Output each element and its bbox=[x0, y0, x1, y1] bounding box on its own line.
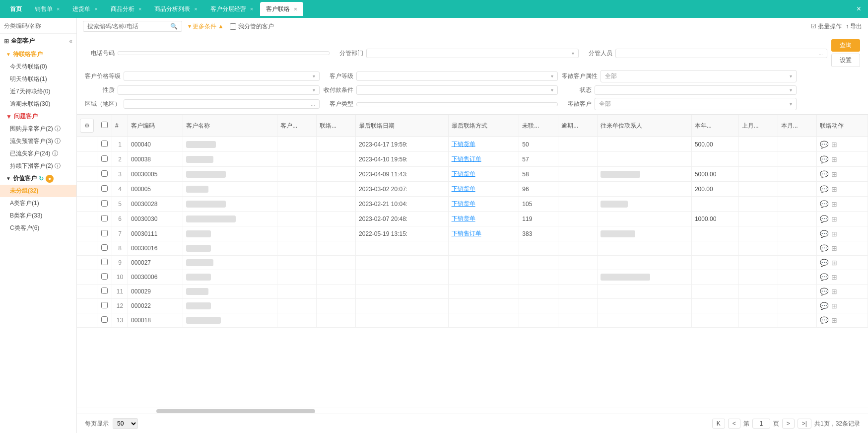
region-input[interactable]: ... bbox=[124, 99, 320, 109]
qr-icon[interactable]: ⊞ bbox=[831, 155, 837, 163]
close-all-button[interactable]: × bbox=[854, 4, 864, 13]
collapse-icon[interactable]: « bbox=[69, 38, 72, 45]
row-last-method[interactable] bbox=[448, 299, 519, 313]
row-last-method[interactable]: 下销售订单 bbox=[448, 226, 519, 241]
row-last-method[interactable]: 下销售订单 bbox=[448, 152, 519, 167]
tab-customer-contact[interactable]: 客户联络 × bbox=[260, 2, 303, 16]
chat-icon[interactable]: 💬 bbox=[820, 200, 828, 208]
my-customers-check[interactable] bbox=[230, 23, 236, 30]
tab-customer-contact-close[interactable]: × bbox=[294, 6, 297, 12]
tab-product-analysis-close[interactable]: × bbox=[138, 6, 141, 12]
h-scrollbar-thumb[interactable] bbox=[156, 409, 315, 413]
qr-icon[interactable]: ⊞ bbox=[831, 244, 837, 252]
not-contact-col-header[interactable]: 未联... bbox=[519, 115, 558, 137]
row-checkbox[interactable] bbox=[101, 230, 108, 236]
sidebar-item-today-pending[interactable]: 今天待联络(0) bbox=[0, 61, 76, 73]
chat-icon[interactable]: 💬 bbox=[820, 215, 828, 223]
sidebar-item-lost[interactable]: 已流失客户(24) ⓘ bbox=[0, 147, 76, 160]
sidebar-item-a-class[interactable]: A类客户(1) bbox=[0, 197, 76, 210]
main-search-icon[interactable]: 🔍 bbox=[170, 23, 178, 30]
payment-select[interactable]: ▾ bbox=[356, 85, 558, 95]
tab-purchase-close[interactable]: × bbox=[94, 6, 97, 12]
last-method-link[interactable]: 下销货单 bbox=[452, 141, 475, 147]
last-method-col-header[interactable]: 最后联络方式 bbox=[448, 115, 519, 137]
row-checkbox[interactable] bbox=[101, 170, 108, 177]
sidebar-item-abnormal[interactable]: 囤购异常客户(2) ⓘ bbox=[0, 123, 76, 135]
nature-select[interactable]: ▾ bbox=[118, 85, 320, 95]
last-method-link[interactable]: 下销售订单 bbox=[452, 155, 481, 162]
page-input[interactable] bbox=[752, 419, 770, 429]
reset-button[interactable]: 设置 bbox=[831, 54, 860, 67]
tab-product-analysis[interactable]: 商品分析 × bbox=[105, 2, 147, 16]
tab-customer-segment[interactable]: 客户分层经营 × bbox=[204, 2, 259, 16]
settings-col-header[interactable]: ⚙ bbox=[77, 115, 97, 137]
name-col-header[interactable]: 客户名称 bbox=[183, 115, 277, 137]
batch-op-button[interactable]: ☑ 批量操作 bbox=[811, 22, 842, 31]
last-method-link[interactable]: 下销货单 bbox=[452, 215, 475, 222]
sidebar-search-input[interactable] bbox=[4, 22, 77, 29]
qr-icon[interactable]: ⊞ bbox=[831, 302, 837, 310]
export-button[interactable]: ↑ 导出 bbox=[846, 22, 862, 31]
refresh-icon[interactable]: ↻ bbox=[39, 175, 44, 182]
qr-icon[interactable]: ⊞ bbox=[831, 288, 837, 295]
page-size-select[interactable]: 20 50 100 bbox=[113, 418, 138, 429]
code-col-header[interactable]: 客户编码 bbox=[128, 115, 183, 137]
this-year-col-header[interactable]: 本年... bbox=[691, 115, 738, 137]
qr-icon[interactable]: ⊞ bbox=[831, 215, 837, 223]
problem-customers-section[interactable]: ▼ 问题客户 bbox=[0, 110, 76, 123]
qr-icon[interactable]: ⊞ bbox=[831, 273, 837, 281]
sidebar-item-tomorrow-pending[interactable]: 明天待联络(1) bbox=[0, 73, 76, 85]
chat-icon[interactable]: 💬 bbox=[820, 141, 828, 148]
overdue-col-header[interactable]: 逾期... bbox=[558, 115, 598, 137]
row-last-method[interactable]: 下销货单 bbox=[448, 212, 519, 226]
row-last-method[interactable] bbox=[448, 241, 519, 256]
status-select[interactable]: ▾ bbox=[595, 85, 797, 95]
tab-purchase[interactable]: 进货单 × bbox=[67, 2, 103, 16]
sparse-attr-select[interactable]: 全部▾ bbox=[601, 70, 797, 82]
row-checkbox[interactable] bbox=[101, 141, 108, 147]
select-all-col[interactable] bbox=[97, 115, 112, 137]
settings-icon[interactable]: ⚙ bbox=[80, 119, 94, 133]
qr-icon[interactable]: ⊞ bbox=[831, 230, 837, 238]
manager-input[interactable]: ... bbox=[615, 49, 827, 58]
row-checkbox[interactable] bbox=[101, 259, 108, 265]
sidebar-item-7days-pending[interactable]: 近7天待联络(0) bbox=[0, 85, 76, 98]
all-customers-header[interactable]: ⊞ 全部客户 « bbox=[0, 34, 76, 48]
row-last-method[interactable] bbox=[448, 313, 519, 328]
row-last-method[interactable] bbox=[448, 256, 519, 270]
customer-level-select[interactable]: ▾ bbox=[356, 72, 558, 81]
row-checkbox[interactable] bbox=[101, 185, 108, 192]
row-checkbox[interactable] bbox=[101, 244, 108, 251]
row-checkbox[interactable] bbox=[101, 155, 108, 162]
sidebar-item-overdue-no-contact[interactable]: 逾期未联络(30) bbox=[0, 98, 76, 110]
row-last-method[interactable]: 下销货单 bbox=[448, 182, 519, 197]
row-checkbox[interactable] bbox=[101, 215, 108, 221]
sidebar-item-churn-warning[interactable]: 流失预警客户(3) ⓘ bbox=[0, 135, 76, 147]
chat-icon[interactable]: 💬 bbox=[820, 273, 828, 281]
sidebar-item-declining[interactable]: 持续下滑客户(2) ⓘ bbox=[0, 160, 76, 172]
first-page-button[interactable]: K bbox=[712, 419, 725, 429]
row-checkbox[interactable] bbox=[101, 302, 108, 308]
row-checkbox[interactable] bbox=[101, 316, 108, 323]
row-checkbox[interactable] bbox=[101, 273, 108, 280]
unit-contact-col-header[interactable]: 往来单位联系人 bbox=[598, 115, 692, 137]
tab-product-analysis-list-close[interactable]: × bbox=[194, 6, 197, 12]
sidebar-item-b-class[interactable]: B类客户(33) bbox=[0, 210, 76, 222]
row-last-method[interactable]: 下销货单 bbox=[448, 137, 519, 152]
chat-icon[interactable]: 💬 bbox=[820, 155, 828, 163]
row-checkbox[interactable] bbox=[101, 200, 108, 207]
next-page-button[interactable]: > bbox=[782, 419, 795, 429]
row-checkbox[interactable] bbox=[101, 288, 108, 294]
chat-icon[interactable]: 💬 bbox=[820, 185, 828, 193]
last-method-link[interactable]: 下销货单 bbox=[452, 200, 475, 207]
row-last-method[interactable] bbox=[448, 285, 519, 299]
dept-select[interactable]: ▾ bbox=[366, 49, 578, 58]
value-customers-section[interactable]: ▼ 价值客户 ↻ ● bbox=[0, 172, 76, 185]
tab-customer-segment-close[interactable]: × bbox=[250, 6, 253, 12]
qr-icon[interactable]: ⊞ bbox=[831, 259, 837, 267]
row-last-method[interactable] bbox=[448, 270, 519, 285]
phone-input[interactable] bbox=[118, 51, 330, 55]
contact-col-header[interactable]: 联络... bbox=[317, 115, 356, 137]
chat-icon[interactable]: 💬 bbox=[820, 230, 828, 238]
sidebar-item-c-class[interactable]: C类客户(6) bbox=[0, 222, 76, 234]
